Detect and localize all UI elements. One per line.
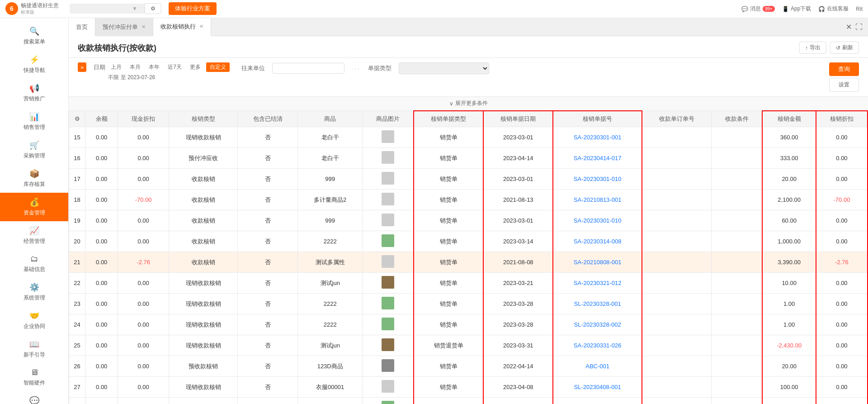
tab-home[interactable]: 首页 <box>69 18 95 36</box>
tab-maximize-btn[interactable]: ⛶ <box>855 23 863 31</box>
sidebar-item-system[interactable]: ⚙️ 系统管理 <box>0 278 68 306</box>
doc-no-link[interactable]: SA-20230331-026 <box>574 342 622 349</box>
cell-verify-amount: 3,390.00 <box>762 252 816 273</box>
cell-receipt-order <box>642 127 711 148</box>
th-verify-discount: 核销折扣 <box>816 111 868 127</box>
date-last-month-btn[interactable]: 上月 <box>108 62 124 72</box>
online-service-btn[interactable]: 🎧 在线客服 <box>818 5 849 13</box>
tab-prepay-close[interactable]: ✕ <box>142 24 146 30</box>
doc-no-link[interactable]: SL-20230328-001 <box>574 300 621 307</box>
doc-type-select[interactable] <box>399 62 489 74</box>
sidebar-item-weixin[interactable]: 💬 企业微信 <box>0 391 68 404</box>
th-receipt-order: 收款单订单号 <box>642 111 711 127</box>
sidebar-item-quicknav[interactable]: ⚡ 快捷导航 <box>0 50 68 79</box>
cell-doc-no[interactable]: SL-20230328-002 <box>553 314 642 335</box>
cell-doc-no[interactable]: ABC-001 <box>553 356 642 377</box>
sidebar-item-marketing[interactable]: 📢 营销推广 <box>0 79 68 107</box>
date-more-btn[interactable]: 更多 <box>187 62 203 72</box>
sidebar-item-baseinfo[interactable]: 🗂 基础信息 <box>0 250 68 278</box>
hardware-icon: 🖥 <box>30 368 38 377</box>
setting-btn[interactable]: 设置 <box>829 78 859 92</box>
date-this-month-btn[interactable]: 本月 <box>127 62 143 72</box>
tab-verify[interactable]: 收款核销执行 ✕ <box>153 18 211 36</box>
filter-toggle-btn[interactable]: » <box>78 62 86 72</box>
sidebar-item-inventory[interactable]: 📦 库存核算 <box>0 164 68 193</box>
cell-product: 测试多属性 <box>297 252 363 273</box>
cell-verify-discount: 0.00 <box>816 148 868 169</box>
cell-balance: 0.00 <box>85 335 118 356</box>
sidebar-item-newuser[interactable]: 📖 新手引导 <box>0 335 68 363</box>
cell-cash-discount: 0.00 <box>118 273 169 294</box>
sidebar-item-collab[interactable]: 🤝 企业协同 <box>0 306 68 335</box>
date-7days-btn[interactable]: 近7天 <box>165 62 184 72</box>
cell-doc-no[interactable]: SA-20230301-001 <box>553 127 642 148</box>
cell-num: 21 <box>69 252 85 273</box>
cell-doc-type: 销货单 <box>414 314 483 335</box>
cell-receipt-cond <box>711 210 762 231</box>
cell-verify-discount: 0.00 <box>816 377 868 398</box>
cell-verify-discount: 0.00 <box>816 210 868 231</box>
logo-badge: 标准版 <box>21 9 59 15</box>
cell-doc-no[interactable]: SA-20230331-026 <box>553 335 642 356</box>
doc-no-link[interactable]: SA-20230321-012 <box>574 280 622 286</box>
doc-no-link[interactable]: SA-20210808-001 <box>574 259 622 266</box>
cell-num: 25 <box>69 335 85 356</box>
cell-doc-no[interactable]: SL-20230408-001 <box>553 377 642 398</box>
doc-no-link[interactable]: SA-20230414-017 <box>574 155 622 162</box>
sidebar-item-hardware[interactable]: 🖥 智能硬件 <box>0 363 68 391</box>
trial-btn[interactable]: 体验行业方案 <box>169 2 217 15</box>
sidebar-item-search[interactable]: 🔍 搜索菜单 <box>0 22 68 50</box>
doc-no-link[interactable]: SL-20230408-001 <box>574 384 621 390</box>
cell-doc-no[interactable]: SA-20230301-010 <box>553 169 642 190</box>
cell-doc-no[interactable]: SA-20230321-012 <box>553 273 642 294</box>
doc-no-link[interactable]: SA-20230301-010 <box>574 176 622 182</box>
cell-doc-no[interactable]: SA-20230414-017 <box>553 148 642 169</box>
query-btn[interactable]: 查询 <box>829 62 859 76</box>
doc-no-link[interactable]: SA-20210813-001 <box>574 196 622 203</box>
refresh-icon: ↺ <box>836 45 840 51</box>
sidebar-item-sales[interactable]: 📊 销售管理 <box>0 107 68 136</box>
purchase-icon: 🛒 <box>29 140 39 150</box>
message-btn[interactable]: 💬 消息 99+ <box>741 5 775 13</box>
cell-included-cleared: 否 <box>238 210 297 231</box>
tab-verify-close[interactable]: ✕ <box>199 24 203 29</box>
cell-receipt-cond <box>711 314 762 335</box>
settings-icon-btn[interactable]: ⚙ <box>145 3 161 14</box>
tab-prepay[interactable]: 预付冲应付单 ✕ <box>95 18 153 36</box>
doc-no-link[interactable]: SA-20230301-001 <box>574 134 622 141</box>
sidebar-item-purchase[interactable]: 🛒 采购管理 <box>0 136 68 164</box>
sidebar-item-finance[interactable]: 💰 资金管理 <box>0 193 68 221</box>
from-unit-input[interactable] <box>272 63 344 74</box>
cell-verify-discount: 0.00 <box>816 314 868 335</box>
cell-doc-no[interactable]: SA-20210813-001 <box>553 190 642 210</box>
export-btn[interactable]: ↑ 导出 <box>799 42 826 54</box>
th-gear[interactable]: ⚙ <box>69 111 85 127</box>
cell-verify-type: 收款核销 <box>169 169 238 190</box>
cell-balance: 0.00 <box>85 398 118 404</box>
doc-no-link[interactable]: ABC-001 <box>585 363 609 370</box>
sidebar-item-operations[interactable]: 📈 经营管理 <box>0 221 68 250</box>
cell-doc-no[interactable]: SL-20230418-001 <box>553 398 642 404</box>
expand-more-btn[interactable]: ∨ 展开更多条件 <box>69 97 868 110</box>
user-avatar[interactable]: Rit <box>856 6 863 12</box>
cell-doc-no[interactable]: SA-20230314-008 <box>553 231 642 252</box>
cell-verify-type: 现销收款核销 <box>169 273 238 294</box>
date-this-year-btn[interactable]: 本年 <box>146 62 162 72</box>
cell-doc-no[interactable]: SL-20230328-001 <box>553 294 642 314</box>
date-custom-btn[interactable]: 自定义 <box>206 62 230 72</box>
cell-included-cleared: 否 <box>238 273 297 294</box>
page-header: 收款核销执行(按收款) ↑ 导出 ↺ 刷新 <box>69 36 868 58</box>
cell-doc-no[interactable]: SA-20230301-010 <box>553 210 642 231</box>
doc-no-link[interactable]: SA-20230301-010 <box>574 217 622 224</box>
cell-verify-amount: 360.00 <box>762 127 816 148</box>
tab-close-all-btn[interactable]: ✕ <box>846 23 852 31</box>
refresh-btn[interactable]: ↺ 刷新 <box>830 42 859 54</box>
cell-verify-type: 现销收款核销 <box>169 335 238 356</box>
newuser-icon: 📖 <box>29 339 39 349</box>
app-download-btn[interactable]: 📱 App下载 <box>782 5 811 13</box>
doc-no-link[interactable]: SA-20230314-008 <box>574 238 622 245</box>
search-icon: 🔍 <box>29 26 39 36</box>
cell-doc-no[interactable]: SA-20210808-001 <box>553 252 642 273</box>
cell-receipt-cond <box>711 148 762 169</box>
doc-no-link[interactable]: SL-20230328-002 <box>574 321 621 328</box>
